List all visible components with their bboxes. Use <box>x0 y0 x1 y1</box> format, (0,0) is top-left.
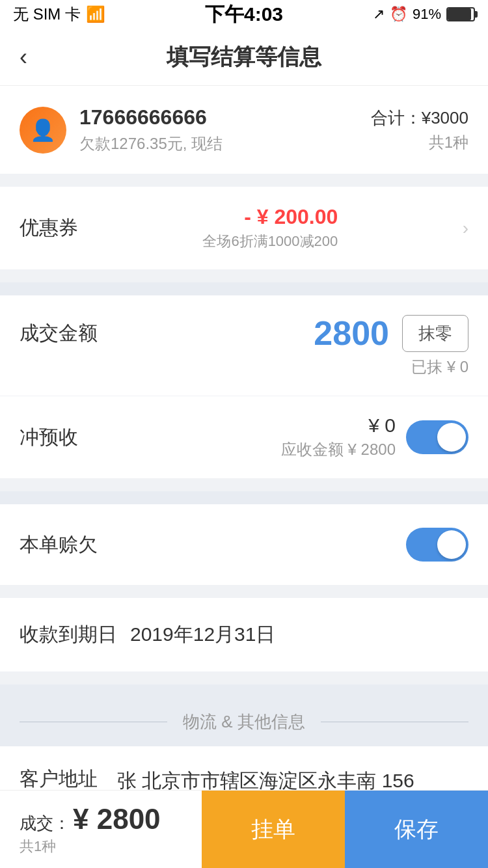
deal-amount-section: 成交金额 2800 抹零 已抹 ¥ 0 <box>0 295 488 396</box>
main-content: 👤 17666666666 欠款1276.35元, 现结 合计：¥3000 共1… <box>0 86 488 868</box>
divider-line-right <box>321 722 468 722</box>
precharge-section: 冲预收 ¥ 0 应收金额 ¥ 2800 <box>0 396 488 478</box>
deal-amount-row: 成交金额 2800 抹零 <box>20 314 468 353</box>
bottom-deal-row: 成交： ¥ 2800 <box>20 803 182 835</box>
avatar-icon: 👤 <box>30 118 56 142</box>
alarm-icon: ⏰ <box>390 6 407 23</box>
status-bar: 无 SIM 卡 📶 下午4:03 ↗ ⏰ 91% <box>0 0 488 29</box>
precharge-value-block: ¥ 0 应收金额 ¥ 2800 <box>281 414 396 460</box>
user-phone: 17666666666 <box>79 105 223 129</box>
no-sim-text: 无 SIM 卡 <box>13 4 81 25</box>
coupon-amount: - ¥ 200.00 <box>202 205 338 229</box>
logistics-divider: 物流 & 其他信息 <box>0 698 488 746</box>
precharge-toggle[interactable] <box>406 420 468 454</box>
precharge-label: 冲预收 <box>20 424 78 451</box>
precharge-right: ¥ 0 应收金额 ¥ 2800 <box>281 414 468 460</box>
status-right: ↗ ⏰ 91% <box>373 6 475 23</box>
divider-line-left <box>20 722 167 722</box>
avatar: 👤 <box>20 107 66 154</box>
bottom-bar: 成交： ¥ 2800 共1种 挂单 保存 <box>0 790 488 868</box>
bottom-deal-amount: ¥ 2800 <box>73 803 161 835</box>
status-left: 无 SIM 卡 📶 <box>13 4 105 25</box>
bottom-deal-label: 成交： <box>20 812 70 835</box>
coupon-right: - ¥ 200.00 全场6折满1000减200 <box>202 205 338 251</box>
address-label: 客户地址 <box>20 766 98 793</box>
user-total: 合计：¥3000 共1种 <box>371 107 468 153</box>
back-button[interactable]: ‹ <box>20 37 40 77</box>
section-separator-3 <box>0 685 488 698</box>
erase-button[interactable]: 抹零 <box>402 315 468 352</box>
section-separator-2 <box>0 491 488 504</box>
hang-button[interactable]: 挂单 <box>202 791 345 869</box>
coupon-chevron: › <box>463 218 468 239</box>
bottom-deal-count: 共1种 <box>20 837 182 856</box>
coupon-section[interactable]: 优惠券 - ¥ 200.00 全场6折满1000减200 › <box>0 187 488 269</box>
coupon-label: 优惠券 <box>20 215 78 241</box>
nav-bar: ‹ 填写结算等信息 <box>0 29 488 86</box>
bottom-summary: 成交： ¥ 2800 共1种 <box>0 803 202 856</box>
save-button[interactable]: 保存 <box>345 791 488 869</box>
precharge-amount: ¥ 0 <box>281 414 396 437</box>
section-separator-1 <box>0 282 488 295</box>
precharge-row: 冲预收 ¥ 0 应收金额 ¥ 2800 <box>20 414 468 460</box>
user-details: 17666666666 欠款1276.35元, 现结 <box>79 105 223 154</box>
wifi-icon: 📶 <box>86 5 105 23</box>
coupon-desc: 全场6折满1000减200 <box>202 232 338 251</box>
user-info-left: 👤 17666666666 欠款1276.35元, 现结 <box>20 105 223 154</box>
arrears-section: 本单赊欠 <box>0 504 488 585</box>
user-section: 👤 17666666666 欠款1276.35元, 现结 合计：¥3000 共1… <box>0 86 488 174</box>
deal-sub: 已抹 ¥ 0 <box>20 357 468 377</box>
location-icon: ↗ <box>373 6 385 23</box>
battery-text: 91% <box>413 6 441 23</box>
total-count: 共1种 <box>371 132 468 153</box>
status-time: 下午4:03 <box>205 1 283 28</box>
deal-label: 成交金额 <box>20 320 98 347</box>
divider-label: 物流 & 其他信息 <box>183 711 305 733</box>
precharge-sub: 应收金额 ¥ 2800 <box>281 439 396 460</box>
page-title: 填写结算等信息 <box>167 42 321 72</box>
battery-icon <box>446 7 475 21</box>
user-subtext: 欠款1276.35元, 现结 <box>79 133 223 154</box>
deal-amount-value: 2800 <box>314 314 389 353</box>
duedate-label: 收款到期日 <box>20 621 117 648</box>
duedate-section: 收款到期日 2019年12月31日 <box>0 598 488 671</box>
duedate-value: 2019年12月31日 <box>130 621 275 648</box>
total-amount: 合计：¥3000 <box>371 107 468 129</box>
arrears-label: 本单赊欠 <box>20 532 98 558</box>
deal-right: 2800 抹零 <box>314 314 468 353</box>
arrears-toggle[interactable] <box>406 528 468 562</box>
